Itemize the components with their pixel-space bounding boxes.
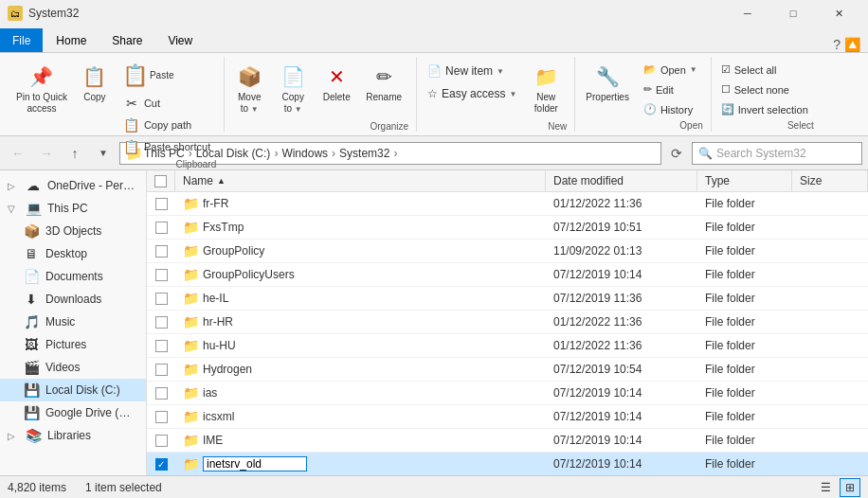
copy-to-button[interactable]: 📄 Copyto ▼ bbox=[272, 59, 314, 119]
table-row[interactable]: 📁hr-HR 01/12/2022 11:36 File folder bbox=[147, 311, 868, 334]
paste-shortcut-label: Paste shortcut bbox=[144, 141, 210, 152]
ribbon: 📌 Pin to Quick access 📋 Copy 📋 Paste ✂ C… bbox=[0, 53, 868, 136]
search-icon: 🔍 bbox=[698, 147, 713, 160]
row-checkbox-ime[interactable] bbox=[147, 429, 175, 452]
table-row[interactable]: 📁icsxml 07/12/2019 10:14 File folder bbox=[147, 405, 868, 429]
header-checkbox[interactable] bbox=[147, 170, 175, 191]
row-date-fxstmp: 07/12/2019 10:51 bbox=[546, 216, 697, 239]
header-date-modified[interactable]: Date modified bbox=[546, 170, 697, 191]
invert-selection-button[interactable]: 🔄 Invert selection bbox=[715, 100, 814, 118]
edit-button[interactable]: ✏ Edit bbox=[638, 80, 703, 98]
row-type-grouppolicyusers: File folder bbox=[697, 263, 792, 286]
local-disk-label: Local Disk (C:) bbox=[45, 383, 120, 397]
copy-path-button[interactable]: 📋 Copy path bbox=[118, 115, 216, 135]
minimize-button[interactable]: ─ bbox=[726, 0, 769, 27]
header-name[interactable]: Name ▲ bbox=[175, 170, 546, 191]
row-checkbox-grouppolicy[interactable] bbox=[147, 240, 175, 262]
new-item-dropdown-icon: ▼ bbox=[497, 67, 504, 76]
header-checkbox-box[interactable] bbox=[154, 175, 167, 187]
rename-button[interactable]: ✏ Rename bbox=[359, 59, 408, 108]
table-row[interactable]: 📁GroupPolicy 11/09/2022 01:13 File folde… bbox=[147, 240, 868, 263]
row-checkbox-ias[interactable] bbox=[147, 382, 175, 404]
tab-home[interactable]: Home bbox=[44, 28, 99, 52]
row-checkbox-huhu[interactable] bbox=[147, 334, 175, 357]
sidebar-item-downloads[interactable]: ⬇ Downloads bbox=[0, 288, 146, 311]
row-date-hrhr: 01/12/2022 11:36 bbox=[546, 311, 697, 333]
desktop-label: Desktop bbox=[45, 247, 87, 260]
maximize-button[interactable]: □ bbox=[771, 0, 815, 27]
sidebar-item-videos[interactable]: 🎬 Videos bbox=[0, 356, 146, 379]
pin-to-quick-access-button[interactable]: 📌 Pin to Quick access bbox=[11, 59, 72, 119]
table-row[interactable]: 📁GroupPolicyUsers 07/12/2019 10:14 File … bbox=[147, 263, 868, 287]
search-box[interactable]: 🔍 Search System32 bbox=[692, 142, 862, 165]
sidebar-item-3d-objects[interactable]: 📦 3D Objects bbox=[0, 220, 146, 242]
row-checkbox-hrhr[interactable] bbox=[147, 311, 175, 333]
row-checkbox-fxstmp[interactable] bbox=[147, 216, 175, 239]
table-row[interactable]: 📁IME 07/12/2019 10:14 File folder bbox=[147, 429, 868, 453]
tab-file[interactable]: File bbox=[0, 28, 43, 52]
file-list: Name ▲ Date modified Type Size 📁fr-FR 01… bbox=[147, 170, 868, 475]
paste-button[interactable]: 📋 Paste bbox=[118, 61, 216, 91]
row-date-hydrogen: 07/12/2019 10:54 bbox=[546, 358, 697, 381]
cut-button[interactable]: ✂ Cut bbox=[118, 93, 216, 114]
select-none-button[interactable]: ☐ Select none bbox=[715, 80, 814, 98]
pin-icon: 📌 bbox=[28, 63, 55, 90]
pictures-icon: 🖼 bbox=[23, 337, 40, 352]
table-row[interactable]: 📁he-IL 07/12/2019 11:36 File folder bbox=[147, 287, 868, 311]
row-checkbox-icsxml[interactable] bbox=[147, 405, 175, 428]
row-name-hrhr: 📁hr-HR bbox=[175, 311, 546, 333]
sidebar-item-local-disk[interactable]: 💾 Local Disk (C:) bbox=[0, 379, 146, 401]
header-size[interactable]: Size bbox=[792, 170, 868, 191]
easy-access-button[interactable]: ☆ Easy access ▼ bbox=[421, 83, 523, 104]
path-windows[interactable]: Windows bbox=[281, 147, 328, 160]
sidebar-item-desktop[interactable]: 🖥 Desktop bbox=[0, 242, 146, 265]
sidebar-item-music[interactable]: 🎵 Music bbox=[0, 311, 146, 333]
move-to-button[interactable]: 📦 Moveto ▼ bbox=[228, 59, 270, 119]
table-row[interactable]: 📁ias 07/12/2019 10:14 File folder bbox=[147, 382, 868, 405]
question-mark-icon[interactable]: 🔼 bbox=[844, 37, 860, 52]
new-folder-button[interactable]: 📁 Newfolder bbox=[525, 59, 567, 119]
row-date-ime: 07/12/2019 10:14 bbox=[546, 429, 697, 452]
file-rename-input[interactable] bbox=[203, 456, 307, 471]
sidebar-item-libraries[interactable]: ▷ 📚 Libraries bbox=[0, 424, 146, 447]
help-icon[interactable]: ? bbox=[833, 37, 841, 52]
open-button[interactable]: 📂 Open ▼ bbox=[638, 61, 703, 79]
easy-access-dropdown-icon: ▼ bbox=[509, 90, 516, 98]
close-button[interactable]: ✕ bbox=[817, 0, 860, 27]
tab-view[interactable]: View bbox=[155, 28, 205, 52]
details-view-button[interactable]: ☰ bbox=[815, 478, 836, 497]
copy-button[interactable]: 📋 Copy bbox=[74, 59, 116, 108]
properties-button[interactable]: 🔧 Properties bbox=[579, 59, 636, 108]
select-small-column: ☑ Select all ☐ Select none 🔄 Invert sele… bbox=[715, 59, 814, 118]
table-row[interactable]: 📁FxsTmp 07/12/2019 10:51 File folder bbox=[147, 216, 868, 240]
row-name-huhu: 📁hu-HU bbox=[175, 334, 546, 357]
copy-to-label: Copyto ▼ bbox=[282, 92, 304, 115]
row-checkbox-inetsrv[interactable]: ✓ bbox=[147, 453, 175, 475]
row-checkbox-frfr[interactable] bbox=[147, 192, 175, 215]
sidebar-item-this-pc[interactable]: ▽ 💻 This PC bbox=[0, 197, 146, 220]
table-row[interactable]: 📁hu-HU 01/12/2022 11:36 File folder bbox=[147, 334, 868, 358]
organize-group-label: Organize bbox=[370, 119, 408, 133]
paste-shortcut-button[interactable]: 📋 Paste shortcut bbox=[118, 136, 216, 157]
sidebar-item-documents[interactable]: 📄 Documents bbox=[0, 265, 146, 288]
header-type[interactable]: Type bbox=[697, 170, 792, 191]
select-all-button[interactable]: ☑ Select all bbox=[715, 61, 814, 79]
sidebar-item-pictures[interactable]: 🖼 Pictures bbox=[0, 333, 146, 356]
paste-icon: 📋 bbox=[122, 63, 148, 88]
path-system32[interactable]: System32 bbox=[339, 147, 389, 160]
table-row[interactable]: 📁fr-FR 01/12/2022 11:36 File folder bbox=[147, 192, 868, 216]
row-checkbox-hydrogen[interactable] bbox=[147, 358, 175, 381]
table-row[interactable]: 📁Hydrogen 07/12/2019 10:54 File folder bbox=[147, 358, 868, 382]
row-checkbox-heil[interactable] bbox=[147, 287, 175, 310]
new-item-button[interactable]: 📄 New item ▼ bbox=[421, 61, 523, 81]
file-list-header: Name ▲ Date modified Type Size bbox=[147, 170, 868, 192]
row-checkbox-grouppolicyusers[interactable] bbox=[147, 263, 175, 286]
table-row-inetsrv[interactable]: ✓ 📁 07/12/2019 10:14 File folder bbox=[147, 453, 868, 475]
sidebar-item-google-drive[interactable]: 💾 Google Drive (G:... bbox=[0, 401, 146, 424]
history-button[interactable]: 🕐 History bbox=[638, 100, 703, 118]
refresh-button[interactable]: ⟳ bbox=[665, 142, 688, 165]
delete-button[interactable]: ✕ Delete bbox=[316, 59, 357, 108]
sidebar-item-onedrive[interactable]: ▷ ☁ OneDrive - Perso... bbox=[0, 174, 146, 197]
tab-share[interactable]: Share bbox=[99, 28, 154, 52]
large-icons-view-button[interactable]: ⊞ bbox=[840, 478, 860, 497]
